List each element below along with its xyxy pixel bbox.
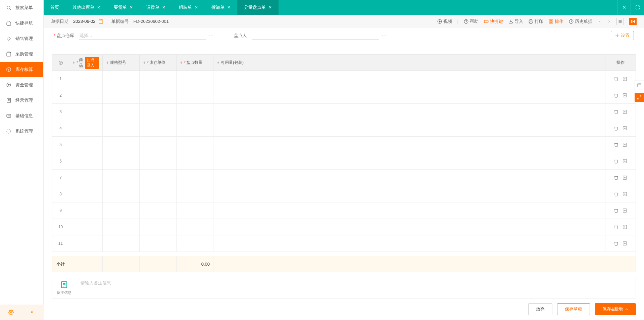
filter-row: * 盘点仓库 ··· 盘点人 ··· 设置: [44, 28, 644, 43]
delete-row-icon[interactable]: [614, 241, 618, 246]
warehouse-input[interactable]: [79, 32, 206, 40]
tab-close-icon[interactable]: ✕: [227, 5, 231, 10]
tab-4[interactable]: 组装单✕: [172, 0, 205, 15]
col-spec[interactable]: 规格型号: [110, 60, 126, 65]
delete-row-icon[interactable]: [614, 109, 618, 114]
table-row[interactable]: 1: [52, 71, 636, 87]
sidebar-item-0[interactable]: 搜索菜单: [0, 0, 43, 15]
table-row[interactable]: 8: [52, 186, 636, 202]
column-gear[interactable]: [52, 55, 69, 71]
collapse-sidebar-button[interactable]: [22, 305, 44, 320]
sidebar-item-2[interactable]: 销售管理: [0, 31, 43, 46]
delete-row-icon[interactable]: [614, 159, 618, 164]
delete-row-icon[interactable]: [614, 93, 618, 98]
table-row[interactable]: 7: [52, 170, 636, 186]
view-card-button[interactable]: [629, 18, 637, 25]
fullscreen-button[interactable]: [631, 0, 644, 15]
video-link[interactable]: 视频: [437, 18, 452, 25]
add-row-icon[interactable]: [623, 241, 627, 246]
help-link[interactable]: 帮助: [464, 18, 479, 25]
svg-line-5: [9, 68, 11, 70]
sidebar-item-3[interactable]: 采购管理: [0, 46, 43, 62]
save-draft-button[interactable]: 保存草稿: [557, 303, 590, 315]
table-row[interactable]: 2: [52, 87, 636, 104]
remarks-input[interactable]: [76, 277, 636, 298]
add-row-icon[interactable]: [623, 126, 627, 131]
tab-0[interactable]: 首页: [44, 0, 66, 15]
delete-row-icon[interactable]: [614, 208, 618, 213]
add-row-icon[interactable]: [623, 225, 627, 229]
table-row[interactable]: 10: [52, 219, 636, 235]
person-input[interactable]: [252, 32, 379, 40]
float-panel-button[interactable]: [635, 81, 644, 90]
float-expand-button[interactable]: [635, 93, 644, 102]
add-row-icon[interactable]: [623, 77, 627, 81]
header-actions: 视频 | 帮助 快捷键 导入 打印 操作 历史单据: [437, 18, 637, 25]
person-more-icon[interactable]: ···: [382, 33, 387, 38]
import-link[interactable]: 导入: [508, 18, 523, 25]
sidebar-item-6[interactable]: 经营管理: [0, 93, 43, 108]
add-row-icon[interactable]: [623, 192, 627, 196]
settings-gear-button[interactable]: [0, 305, 22, 320]
col-available[interactable]: 可用量(包装): [221, 60, 244, 65]
discard-button[interactable]: 放弃: [528, 303, 552, 315]
history-link[interactable]: 历史单据: [569, 18, 592, 25]
prev-arrow[interactable]: [598, 19, 602, 24]
sidebar-item-1[interactable]: 快捷导航: [0, 15, 43, 31]
scan-badge[interactable]: 扫码录入: [85, 57, 99, 69]
tab-close-icon[interactable]: ✕: [268, 5, 272, 10]
tab-close-icon[interactable]: ✕: [130, 5, 133, 10]
doc-no-label: 单据编号: [111, 18, 129, 25]
delete-row-icon[interactable]: [614, 142, 618, 147]
shortcut-link[interactable]: 快捷键: [484, 18, 503, 25]
col-operation: 操作: [605, 55, 636, 71]
table-row[interactable]: 11: [52, 235, 636, 252]
close-all-tabs-button[interactable]: [617, 0, 631, 15]
delete-row-icon[interactable]: [614, 192, 618, 196]
tab-close-icon[interactable]: ✕: [162, 5, 165, 10]
sidebar-item-8[interactable]: 系统管理: [0, 124, 43, 139]
add-row-icon[interactable]: [623, 208, 627, 213]
delete-row-icon[interactable]: [614, 77, 618, 81]
tab-5[interactable]: 拆卸单✕: [205, 0, 237, 15]
warehouse-more-icon[interactable]: ···: [209, 33, 214, 38]
tab-close-icon[interactable]: ✕: [97, 5, 100, 10]
table-row[interactable]: 6: [52, 153, 636, 170]
next-arrow[interactable]: [607, 19, 611, 24]
float-toolbar: [635, 81, 644, 102]
date-value[interactable]: 2023-06-02: [73, 19, 96, 24]
tab-1[interactable]: 其他出库单✕: [66, 0, 107, 15]
add-row-icon[interactable]: [623, 93, 627, 98]
operate-link[interactable]: 操作: [549, 18, 563, 25]
sidebar-item-5[interactable]: 资金管理: [0, 77, 43, 93]
delete-row-icon[interactable]: [614, 225, 618, 229]
tab-3[interactable]: 调拨单✕: [140, 0, 172, 15]
svg-rect-45: [633, 21, 635, 23]
add-row-icon[interactable]: [623, 159, 627, 164]
col-qty[interactable]: 盘点数量: [186, 60, 202, 65]
table-row[interactable]: 3: [52, 104, 636, 120]
calendar-icon[interactable]: [98, 19, 103, 24]
tab-6[interactable]: 分量盘点单✕: [237, 0, 279, 15]
sidebar-item-4[interactable]: 库存核算: [0, 62, 43, 77]
col-unit[interactable]: 库存单位: [149, 60, 165, 65]
table-row[interactable]: 5: [52, 137, 636, 153]
svg-point-16: [10, 312, 12, 313]
save-new-button[interactable]: 保存&新增: [595, 303, 636, 315]
add-row-icon[interactable]: [623, 175, 627, 180]
add-row-icon[interactable]: [623, 142, 627, 147]
col-product[interactable]: 商品: [79, 57, 84, 68]
tab-2[interactable]: 要货单✕: [107, 0, 140, 15]
tab-close-icon[interactable]: ✕: [195, 5, 198, 10]
view-list-button[interactable]: [616, 18, 624, 25]
add-row-icon[interactable]: [623, 109, 627, 114]
settings-button[interactable]: 设置: [611, 31, 634, 40]
table-row[interactable]: 4: [52, 120, 636, 137]
delete-row-icon[interactable]: [614, 126, 618, 131]
print-link[interactable]: 打印: [529, 18, 543, 25]
delete-row-icon[interactable]: [614, 175, 618, 180]
notes-icon: [60, 281, 68, 289]
table-row[interactable]: 9: [52, 202, 636, 219]
sidebar-item-7[interactable]: 基础信息: [0, 108, 43, 124]
items-table: ▲▼*商品扫码录入 ▲▼规格型号 ▲▼*库存单位 ▲▼*盘点数量 ▲▼可用量(包…: [52, 54, 636, 272]
